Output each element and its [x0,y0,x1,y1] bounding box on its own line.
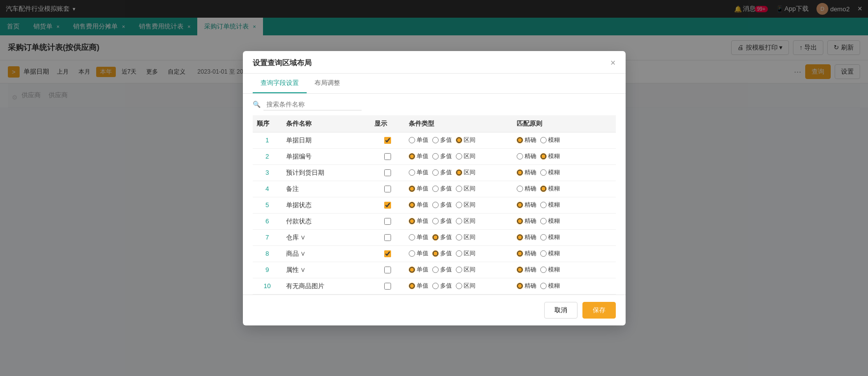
search-icon: 🔍 [253,101,261,107]
dialog-header: 设置查询区域布局 × [243,51,626,74]
tab-layout-adjust[interactable]: 布局调整 [307,74,348,93]
dialog-close-button[interactable]: × [610,58,616,68]
dialog-title: 设置查询区域布局 [253,58,312,68]
dialog-tabs: 查询字段设置 布局调整 [243,74,626,94]
tab-query-fields[interactable]: 查询字段设置 [253,74,307,93]
dialog-search-area: 🔍 [243,94,626,108]
settings-dialog: 设置查询区域布局 × 查询字段设置 布局调整 🔍 顺序 条件名称 显示 条件类型… [243,51,626,108]
search-input[interactable] [263,99,362,108]
dialog-overlay: 设置查询区域布局 × 查询字段设置 布局调整 🔍 顺序 条件名称 显示 条件类型… [0,0,868,107]
